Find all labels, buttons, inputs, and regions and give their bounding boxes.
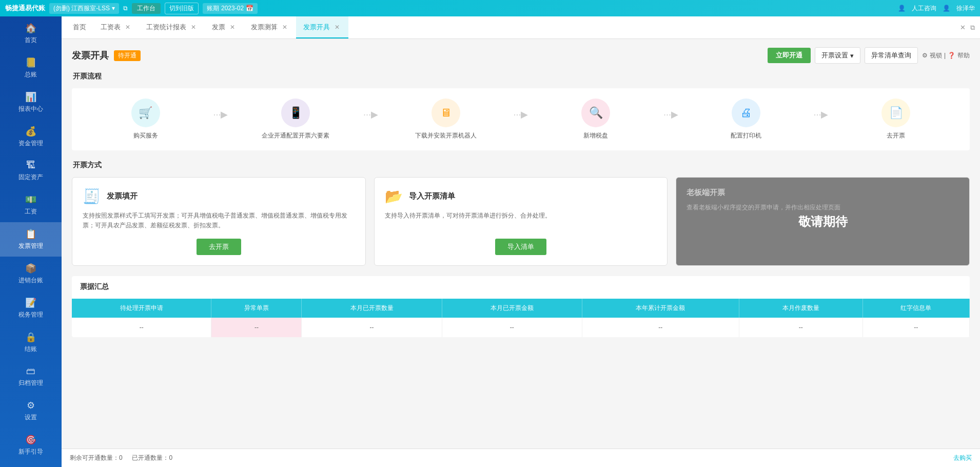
sidebar-item-ledger[interactable]: 📒总账 [0,51,62,85]
tab-close-invoice-calc[interactable]: ✕ [281,23,289,32]
tab-home[interactable]: 首页 [66,16,93,38]
sidebar-icon-purchase: 📦 [25,263,36,274]
bottom-bar: 剩余可开通数量：0 已开通数量：0 去购买 [62,449,980,467]
copy-icon[interactable]: ⧉ [123,5,128,12]
sidebar-item-settings[interactable]: ⚙设置 [0,394,62,428]
sidebar-label-assets: 固定资产 [18,173,43,182]
flow-step-label-printer: 配置打印机 [731,131,761,140]
flow-step-download[interactable]: 🖥 下载并安装开票机器人 [380,99,511,140]
sidebar-icon-invoice: 📋 [25,228,36,240]
sidebar-item-home[interactable]: 🏠首页 [0,16,62,51]
sidebar-icon-tax: 📝 [25,297,36,308]
query-button[interactable]: 异常清单查询 [865,47,918,64]
summary-col-header-6: 红字信息单 [863,299,969,318]
tab-close-salary-stats[interactable]: ✕ [189,23,198,32]
view-controls: ⚙ 视锁 | ❓ 帮助 [922,51,970,60]
summary-cell-6: -- [863,318,969,337]
summary-col-header-5: 本月作废数量 [739,299,863,318]
method-card-icon-manual: 🧾 [83,188,101,205]
settings-button[interactable]: 开票设置 ▾ [815,47,860,64]
sidebar-item-guide[interactable]: 🎯新手引导 [0,428,62,462]
sidebar-item-tax[interactable]: 📝税务管理 [0,291,62,325]
consultant-icon: 👤 [898,5,906,12]
user-avatar: 👤 [943,5,950,12]
method-card-desc-manual: 支持按照发票样式手工填写开发票；可开具增值税电子普通发票、增值税普通发票、增值税… [83,211,355,230]
sidebar-item-funds[interactable]: 💰资金管理 [0,120,62,154]
tab-invoice-list[interactable]: 发票✕ [205,16,244,38]
tab-close-salary-table[interactable]: ✕ [124,23,132,32]
flow-step-buy[interactable]: 🛒 购买服务 [80,99,211,140]
sidebar-item-invoice[interactable]: 📋发票管理 [0,222,62,257]
summary-table: 待处理开票申请异常单票本月已开票数量本月已开票金额本年累计开票金额本月作废数量红… [72,299,970,337]
flow-step-printer[interactable]: 🖨 配置打印机 [680,99,811,140]
sidebar-icon-guide: 🎯 [25,434,36,445]
tab-salary-table[interactable]: 工资表✕ [93,16,139,38]
flow-arrow-0: ···▶ [213,109,228,130]
calendar-icon[interactable]: 📅 [246,5,253,12]
method-section-title: 开票方式 [72,161,970,170]
workspace-button[interactable]: 工作台 [132,3,161,14]
flow-step-icon-taxdisk: 🔍 [581,99,610,127]
sidebar-icon-assets: 🏗 [26,160,35,171]
close-all-icon[interactable]: ✕ [960,24,966,31]
page-content: 发票开具 待开通 立即开通 开票设置 ▾ 异常清单查询 ⚙ 视锁 | ❓ [62,39,980,449]
settings-icon: ⚙ [922,52,928,59]
flow-step-taxdisk[interactable]: 🔍 新增税盘 [531,99,661,140]
sidebar-item-reports[interactable]: 📊报表中心 [0,85,62,120]
period-tag: 账期 2023-02 📅 [203,3,258,14]
restore-icon[interactable]: ⧉ [970,24,975,32]
flow-step-label-open: 去开票 [887,131,905,140]
tab-label-invoice-calc: 发票测算 [251,23,278,32]
sidebar-icon-home: 🏠 [25,23,36,34]
old-version-button[interactable]: 切到旧版 [165,3,199,14]
flow-step-icon-config: 📱 [281,99,310,127]
sidebar-label-tax: 税务管理 [18,310,43,319]
sidebar-icon-ledger: 📒 [25,57,36,68]
method-card-btn-import[interactable]: 导入清单 [495,239,546,255]
flow-step-icon-open: 📄 [881,99,910,127]
consultant-label[interactable]: 人工咨询 [912,4,936,13]
summary-cell-0: -- [72,318,211,337]
user-name[interactable]: 徐泽华 [956,4,975,13]
method-card-manual: 🧾 发票填开 支持按照发票样式手工填写开发票；可开具增值税电子普通发票、增值税普… [72,177,366,266]
tab-close-invoice-list[interactable]: ✕ [228,23,237,32]
tab-invoice-tool[interactable]: 发票开具✕ [296,16,348,38]
sidebar-label-ledger: 总账 [25,70,37,79]
tab-label-invoice-tool: 发票开具 [303,23,330,32]
method-card-btn-manual[interactable]: 去开票 [197,239,241,255]
flow-step-open[interactable]: 📄 去开票 [831,99,962,140]
sidebar-item-member[interactable]: ⭐畅会员 [0,462,62,467]
sidebar-label-settings: 设置 [25,413,37,422]
help-icon: ❓ [948,52,955,59]
sidebar-item-purchase[interactable]: 📦进销台账 [0,257,62,291]
instant-open-button[interactable]: 立即开通 [768,48,811,63]
method-card-footer-manual: 去开票 [83,239,355,255]
flow-steps: 🛒 购买服务 ···▶ 📱 企业开通配置开票六要素 ···▶ 🖥 下载并安装开票… [72,88,970,150]
summary-cell-2: -- [302,318,442,337]
tab-salary-stats[interactable]: 工资统计报表✕ [139,16,205,38]
sidebar-item-archive[interactable]: 🗃归档管理 [0,360,62,394]
flow-arrow-1: ···▶ [363,109,378,130]
sidebar-item-salary[interactable]: 💵工资 [0,188,62,222]
company-selector[interactable]: (勿删) 江西服室-LSS ▾ [49,3,119,14]
summary-section-title: 票据汇总 [72,276,970,291]
tab-label-salary-stats: 工资统计报表 [146,23,186,32]
help-label: 帮助 [957,51,970,60]
page-actions: 立即开通 开票设置 ▾ 异常清单查询 ⚙ 视锁 | ❓ 帮助 [768,47,970,64]
sidebar-label-closing: 结账 [25,345,37,354]
period-value: 2023-02 [221,5,244,12]
sidebar-item-assets[interactable]: 🏗固定资产 [0,154,62,188]
sidebar-label-guide: 新手引导 [18,447,43,456]
summary-col-header-2: 本月已开票数量 [302,299,442,318]
tab-invoice-calc[interactable]: 发票测算✕ [244,16,296,38]
method-card-title-manual: 发票填开 [107,191,138,201]
method-card-footer-import: 导入清单 [385,239,657,255]
sidebar-item-closing[interactable]: 🔒结账 [0,325,62,360]
summary-col-header-0: 待处理开票申请 [72,299,211,318]
buy-link[interactable]: 去购买 [953,454,972,462]
method-card-desc-import: 支持导入待开票清单，可对待开票清单进行拆分、合并处理。 [385,211,657,230]
tab-close-invoice-tool[interactable]: ✕ [333,23,341,32]
top-bar-left: 畅捷通易代账 (勿删) 江西服室-LSS ▾ ⧉ 工作台 切到旧版 账期 202… [5,3,258,14]
flow-step-config[interactable]: 📱 企业开通配置开票六要素 [230,99,361,140]
summary-cell-1: -- [211,318,302,337]
